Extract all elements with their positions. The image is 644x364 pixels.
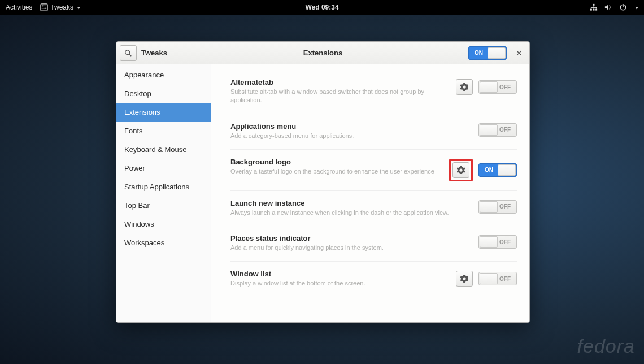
toggle-off-label: OFF bbox=[499, 127, 511, 133]
extension-toggle[interactable]: ON bbox=[478, 163, 517, 177]
extension-description: Add a menu for quickly navigating places… bbox=[230, 244, 469, 252]
chevron-down-icon bbox=[634, 3, 638, 11]
extension-actions: ON bbox=[449, 158, 517, 181]
volume-icon bbox=[604, 3, 612, 11]
sidebar-item-top-bar[interactable]: Top Bar bbox=[116, 196, 211, 215]
toggle-on-label: ON bbox=[475, 50, 483, 56]
extension-toggle[interactable]: OFF bbox=[478, 200, 517, 214]
extension-actions: OFF bbox=[456, 78, 517, 95]
extension-row: Background logoOverlay a tasteful logo o… bbox=[230, 150, 517, 191]
extension-actions: OFF bbox=[478, 122, 517, 137]
window-titlebar: Tweaks Extensions ON ✕ bbox=[116, 42, 529, 64]
toggle-on-label: ON bbox=[485, 167, 493, 173]
extension-description: Substitute alt-tab with a window based s… bbox=[230, 88, 447, 105]
extension-row: Window listDisplay a window list at the … bbox=[230, 262, 517, 297]
svg-rect-8 bbox=[595, 9, 597, 11]
active-app-indicator[interactable]: Tweaks bbox=[40, 3, 80, 11]
sidebar-item-windows[interactable]: Windows bbox=[116, 215, 211, 233]
extension-settings-button[interactable] bbox=[456, 271, 473, 287]
extension-settings-button[interactable] bbox=[456, 79, 473, 95]
toggle-off-label: OFF bbox=[499, 239, 511, 245]
search-icon bbox=[124, 49, 132, 57]
search-button[interactable] bbox=[120, 45, 137, 61]
toggle-handle bbox=[488, 47, 506, 59]
svg-rect-2 bbox=[42, 6, 47, 6]
extension-toggle[interactable]: OFF bbox=[478, 272, 517, 285]
extension-title: Launch new instance bbox=[230, 199, 469, 207]
sidebar-item-label: Desktop bbox=[124, 89, 151, 98]
extension-toggle[interactable]: OFF bbox=[478, 80, 517, 94]
network-icon bbox=[590, 3, 598, 11]
toggle-off-label: OFF bbox=[499, 276, 511, 282]
sidebar-item-appearance[interactable]: Appearance bbox=[116, 66, 211, 84]
sidebar-item-label: Workspaces bbox=[124, 239, 164, 247]
sidebar-item-label: Fonts bbox=[124, 127, 143, 135]
svg-marker-14 bbox=[605, 5, 608, 11]
sidebar-item-keyboard-mouse[interactable]: Keyboard & Mouse bbox=[116, 140, 211, 159]
extension-description: Overlay a tasteful logo on the backgroun… bbox=[230, 167, 440, 176]
extension-actions: OFF bbox=[478, 234, 517, 249]
sidebar-item-power[interactable]: Power bbox=[116, 159, 211, 177]
sidebar-item-startup-applications[interactable]: Startup Applications bbox=[116, 177, 211, 196]
extension-description: Display a window list at the bottom of t… bbox=[230, 279, 447, 288]
svg-point-17 bbox=[125, 50, 130, 54]
sidebar-item-label: Startup Applications bbox=[124, 183, 189, 191]
extension-title: Alternatetab bbox=[230, 78, 447, 86]
sidebar-item-label: Appearance bbox=[124, 71, 164, 79]
wallpaper-watermark: fedora bbox=[577, 335, 635, 357]
sidebar-item-desktop[interactable]: Desktop bbox=[116, 84, 211, 103]
clock[interactable]: Wed 09:34 bbox=[305, 3, 338, 11]
sidebar-item-label: Top Bar bbox=[124, 201, 150, 210]
toggle-handle bbox=[480, 201, 498, 213]
extensions-master-toggle[interactable]: ON bbox=[468, 46, 507, 60]
gear-icon bbox=[460, 83, 468, 91]
extension-actions: OFF bbox=[456, 270, 517, 287]
extension-title: Background logo bbox=[230, 158, 440, 166]
extension-toggle[interactable]: OFF bbox=[478, 235, 517, 249]
gnome-topbar: Activities Tweaks Wed 09:34 bbox=[0, 0, 644, 15]
window-close-button[interactable]: ✕ bbox=[512, 46, 526, 60]
extension-settings-button[interactable] bbox=[452, 162, 469, 178]
tweaks-window: Tweaks Extensions ON ✕ AppearanceDesktop… bbox=[116, 41, 530, 323]
svg-rect-12 bbox=[594, 7, 594, 9]
extension-title: Places status indicator bbox=[230, 234, 469, 242]
toggle-handle bbox=[480, 81, 498, 93]
toggle-handle bbox=[480, 273, 498, 284]
settings-button-highlight bbox=[449, 159, 473, 181]
extension-description: Always launch a new instance when clicki… bbox=[230, 209, 469, 217]
chevron-down-icon bbox=[76, 3, 80, 11]
sidebar-item-label: Keyboard & Mouse bbox=[124, 145, 187, 154]
page-title: Extensions bbox=[303, 49, 342, 57]
system-status-area[interactable] bbox=[590, 3, 638, 11]
extension-row: Applications menuAdd a category-based me… bbox=[230, 114, 517, 150]
gear-icon bbox=[460, 275, 468, 283]
sidebar-item-label: Extensions bbox=[124, 108, 160, 116]
svg-rect-4 bbox=[42, 8, 47, 8]
svg-rect-5 bbox=[593, 4, 595, 6]
extension-description: Add a category-based menu for applicatio… bbox=[230, 132, 469, 140]
sidebar-item-extensions[interactable]: Extensions bbox=[116, 103, 211, 122]
sidebar: AppearanceDesktopExtensionsFontsKeyboard… bbox=[116, 64, 211, 322]
extensions-list: AlternatetabSubstitute alt-tab with a wi… bbox=[211, 64, 529, 302]
svg-rect-0 bbox=[41, 4, 47, 11]
svg-rect-7 bbox=[593, 9, 595, 11]
sidebar-item-workspaces[interactable]: Workspaces bbox=[116, 233, 211, 252]
svg-line-18 bbox=[129, 54, 132, 56]
extension-toggle[interactable]: OFF bbox=[478, 123, 517, 137]
toggle-handle bbox=[480, 236, 498, 248]
activities-button[interactable]: Activities bbox=[6, 3, 32, 11]
svg-rect-11 bbox=[591, 7, 591, 9]
content-pane: AlternatetabSubstitute alt-tab with a wi… bbox=[211, 64, 529, 322]
app-title: Tweaks bbox=[141, 49, 167, 57]
extension-title: Window list bbox=[230, 270, 447, 278]
power-icon bbox=[619, 3, 627, 11]
svg-rect-16 bbox=[623, 4, 623, 7]
extension-row: Launch new instanceAlways launch a new i… bbox=[230, 191, 517, 227]
extension-row: AlternatetabSubstitute alt-tab with a wi… bbox=[230, 70, 517, 114]
sidebar-item-fonts[interactable]: Fonts bbox=[116, 122, 211, 140]
close-icon: ✕ bbox=[516, 49, 523, 58]
extension-title: Applications menu bbox=[230, 122, 469, 131]
toggle-off-label: OFF bbox=[499, 203, 511, 210]
svg-rect-13 bbox=[596, 7, 597, 9]
svg-rect-6 bbox=[590, 9, 592, 11]
